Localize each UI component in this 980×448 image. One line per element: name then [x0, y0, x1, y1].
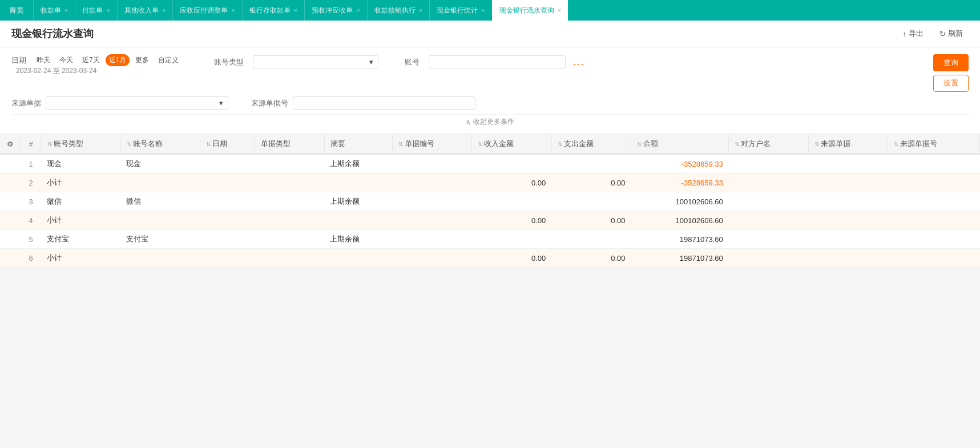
source-doc-num-input[interactable] — [293, 96, 475, 110]
data-table: ⚙ # ⇅账号类型 ⇅账号名称 ⇅日期 单据类型 摘要 ⇅单据编号 ⇅收入金额 … — [0, 134, 980, 268]
td-account-type: 现金 — [41, 154, 120, 173]
th-account-name[interactable]: ⇅账号名称 — [120, 134, 200, 154]
th-source-doc-no[interactable]: ⇅来源单据号 — [888, 134, 979, 154]
refresh-button[interactable]: ↻ 刷新 — [934, 26, 969, 41]
table-header-row: ⚙ # ⇅账号类型 ⇅账号名称 ⇅日期 单据类型 摘要 ⇅单据编号 ⇅收入金额 … — [0, 134, 980, 154]
date-option-yesterday[interactable]: 昨天 — [33, 54, 54, 66]
close-icon[interactable]: × — [106, 7, 110, 14]
nav-tab-yingshoutiaozheng[interactable]: 应收应付调整单 × — [172, 0, 241, 21]
td-balance: 19871073.60 — [631, 249, 729, 268]
td-gear — [0, 192, 21, 211]
filter-account-type-group: 账号类型 ▾ — [214, 55, 378, 68]
close-icon[interactable]: × — [294, 7, 297, 14]
td-balance: 100102606.60 — [631, 192, 729, 211]
td-balance: 19871073.60 — [631, 230, 729, 249]
table-row[interactable]: 2 小计 0.00 0.00 -3528659.33 — [0, 173, 980, 192]
close-icon[interactable]: × — [231, 7, 235, 14]
date-range-display: 2023-02-24 至 2023-03-24 — [16, 66, 182, 76]
nav-tab-yinhangcunqu[interactable]: 银行存取款单 × — [242, 0, 304, 21]
account-type-select[interactable]: ▾ — [253, 55, 378, 68]
td-expense — [551, 192, 631, 211]
td-doc-type — [255, 192, 324, 211]
td-account-type: 小计 — [41, 211, 120, 230]
table-row[interactable]: 3 微信 微信 上期余额 100102606.60 — [0, 192, 980, 211]
collapse-bar[interactable]: ∧ 收起更多条件 — [11, 114, 969, 129]
td-income — [472, 230, 551, 249]
refresh-icon: ↻ — [939, 30, 946, 38]
td-source-doc — [808, 173, 888, 192]
td-summary: 上期余额 — [324, 154, 392, 173]
th-gear[interactable]: ⚙ — [0, 134, 21, 154]
td-doc-no — [393, 192, 472, 211]
nav-tab-fukuan[interactable]: 付款单 × — [75, 0, 116, 21]
nav-tab-xianjinyinhang-stat[interactable]: 现金银行统计 × — [429, 0, 491, 21]
td-account-name — [120, 249, 200, 268]
td-date — [200, 192, 255, 211]
table-wrapper: ⚙ # ⇅账号类型 ⇅账号名称 ⇅日期 单据类型 摘要 ⇅单据编号 ⇅收入金额 … — [0, 134, 980, 268]
nav-home[interactable]: 首页 — [0, 0, 33, 21]
td-summary — [324, 211, 392, 230]
close-icon[interactable]: × — [162, 7, 166, 14]
close-icon[interactable]: × — [64, 7, 68, 14]
query-button[interactable]: 查询 — [933, 54, 969, 71]
close-icon[interactable]: × — [558, 7, 561, 14]
settings-button[interactable]: 设置 — [933, 75, 969, 92]
td-doc-type — [255, 211, 324, 230]
td-counterpart — [729, 154, 808, 173]
nav-tab-qitashouru[interactable]: 其他收入单 × — [117, 0, 172, 21]
table-row[interactable]: 6 小计 0.00 0.00 19871073.60 — [0, 249, 980, 268]
td-expense: 0.00 — [551, 173, 631, 192]
date-option-today[interactable]: 今天 — [56, 54, 76, 66]
table-row[interactable]: 4 小计 0.00 0.00 100102606.60 — [0, 211, 980, 230]
td-source-doc — [808, 249, 888, 268]
th-counterpart[interactable]: ⇅对方户名 — [729, 134, 808, 154]
th-expense[interactable]: ⇅支出金额 — [551, 134, 631, 154]
th-income[interactable]: ⇅收入金额 — [472, 134, 551, 154]
th-date[interactable]: ⇅日期 — [200, 134, 255, 154]
td-rownum: 2 — [21, 173, 41, 192]
th-account-type[interactable]: ⇅账号类型 — [41, 134, 120, 154]
td-date — [200, 173, 255, 192]
close-icon[interactable]: × — [481, 7, 485, 14]
account-label: 账号 — [405, 57, 420, 67]
filter-account-group: 账号 ... — [405, 55, 584, 68]
nav-tab-shoukuan[interactable]: 收款单 × — [33, 0, 75, 21]
filter-date-block: 日期 昨天 今天 近7天 近1月 更多 自定义 2023-02-24 至 202… — [11, 54, 182, 76]
td-account-name — [120, 211, 200, 230]
table-row[interactable]: 1 现金 现金 上期余额 -3528659.33 — [0, 154, 980, 173]
chevron-up-icon: ∧ — [466, 118, 471, 126]
td-gear — [0, 211, 21, 230]
date-option-custom[interactable]: 自定义 — [155, 54, 182, 66]
date-option-1month[interactable]: 近1月 — [106, 54, 130, 66]
td-income — [472, 154, 551, 173]
export-button[interactable]: ↑ 导出 — [897, 26, 930, 41]
th-doc-no[interactable]: ⇅单据编号 — [393, 134, 472, 154]
td-expense — [551, 230, 631, 249]
td-rownum: 5 — [21, 230, 41, 249]
td-counterpart — [729, 249, 808, 268]
close-icon[interactable]: × — [419, 7, 422, 14]
th-source-doc[interactable]: ⇅来源单据 — [808, 134, 888, 154]
more-dots-icon[interactable]: ... — [572, 56, 584, 68]
td-source-doc — [808, 230, 888, 249]
td-rownum: 6 — [21, 249, 41, 268]
nav-tab-yushouzhong[interactable]: 预收冲应收单 × — [304, 0, 366, 21]
td-rownum: 4 — [21, 211, 41, 230]
td-doc-no — [393, 173, 472, 192]
td-source-doc — [808, 192, 888, 211]
nav-tab-xianjin-liushui[interactable]: 现金银行流水查询 × — [492, 0, 568, 21]
date-option-more[interactable]: 更多 — [132, 54, 152, 66]
td-balance: -3528659.33 — [631, 173, 729, 192]
date-option-7days[interactable]: 近7天 — [79, 54, 103, 66]
source-doc-select[interactable]: ▾ — [46, 96, 228, 110]
close-icon[interactable]: × — [356, 7, 360, 14]
td-summary — [324, 173, 392, 192]
page-title: 现金银行流水查询 — [11, 27, 94, 41]
td-counterpart — [729, 211, 808, 230]
td-doc-no — [393, 154, 472, 173]
th-balance[interactable]: ⇅余额 — [631, 134, 729, 154]
account-input[interactable] — [429, 55, 566, 68]
nav-tab-shoukuanhexiao[interactable]: 收款核销执行 × — [367, 0, 429, 21]
td-income: 0.00 — [472, 249, 551, 268]
table-row[interactable]: 5 支付宝 支付宝 上期余额 19871073.60 — [0, 230, 980, 249]
